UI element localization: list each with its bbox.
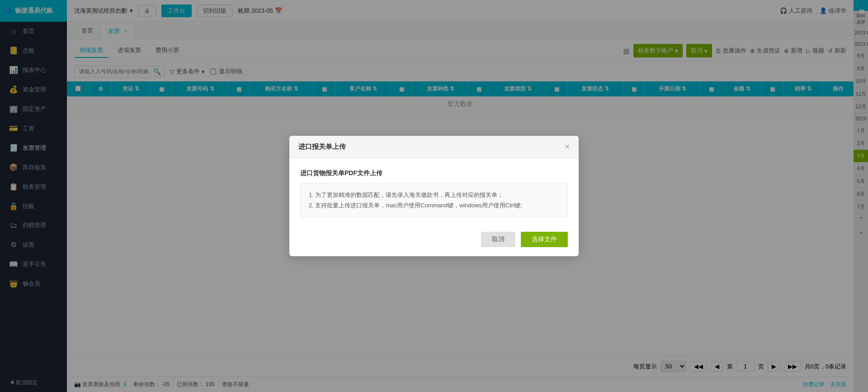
dialog-close-btn[interactable]: × xyxy=(565,142,570,152)
dialog-title: 进口报关单上传 xyxy=(298,143,346,151)
dialog-overlay[interactable]: 进口报关单上传 × 进口货物报关单PDF文件上传 1. 为了更加精准的数据匹配，… xyxy=(0,0,868,392)
dialog-header: 进口报关单上传 × xyxy=(289,136,579,158)
dialog-info-line-1: 1. 为了更加精准的数据匹配，请先录入海关缴款书，再上传对应的报关单； xyxy=(309,190,559,200)
dialog-info-box: 1. 为了更加精准的数据匹配，请先录入海关缴款书，再上传对应的报关单； 2. 支… xyxy=(300,183,568,218)
import-customs-dialog: 进口报关单上传 × 进口货物报关单PDF文件上传 1. 为了更加精准的数据匹配，… xyxy=(289,136,579,257)
dialog-section-title: 进口货物报关单PDF文件上传 xyxy=(300,169,568,177)
dialog-cancel-btn[interactable]: 取消 xyxy=(481,232,515,247)
dialog-footer: 取消 选择文件 xyxy=(289,225,579,256)
dialog-info-line-2: 2. 支持批量上传进口报关单，mac用户使用Command键，windows用户… xyxy=(309,200,559,210)
dialog-select-file-btn[interactable]: 选择文件 xyxy=(521,232,568,247)
dialog-body: 进口货物报关单PDF文件上传 1. 为了更加精准的数据匹配，请先录入海关缴款书，… xyxy=(289,158,579,225)
